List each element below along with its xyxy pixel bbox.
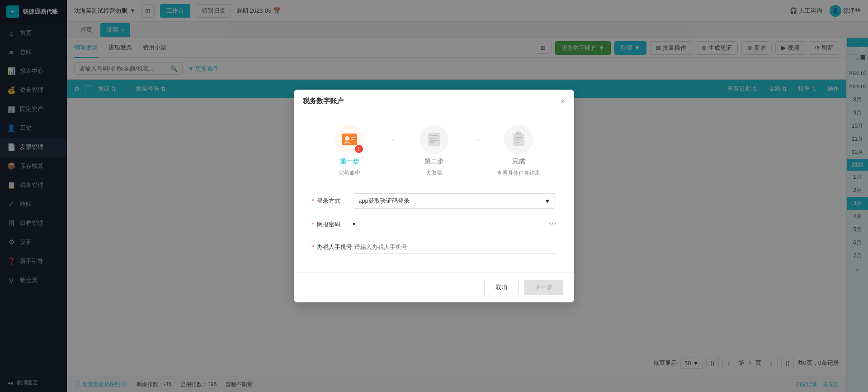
login-method-select[interactable]: app获取验证码登录 ▼ [353,193,556,209]
phone-label: * 办税人手机号 [312,243,353,251]
password-input[interactable] [353,220,549,229]
chevron-down-icon: ▼ [544,198,550,205]
login-method-label: * 登录方式 [312,197,353,205]
svg-point-1 [345,136,349,141]
login-method-row: * 登录方式 app获取验证码登录 ▼ [312,193,556,209]
cancel-button[interactable]: 取消 [484,280,519,295]
password-row: * 网报密码 〰 [312,218,556,231]
step-arrow-1: → [387,134,396,146]
svg-rect-12 [514,139,521,140]
dialog-footer: 取消 下一步 [294,272,574,302]
step-2: 第二步 去取票 [396,125,471,177]
svg-rect-3 [351,139,354,140]
phone-row: * 办税人手机号 [312,240,556,254]
dialog-header: 税务数字账户 × [294,90,574,111]
step-1-icon-wrap: ! [335,125,364,154]
svg-rect-5 [430,135,438,136]
svg-rect-2 [351,137,355,138]
phone-input-wrap [353,240,556,254]
dialog-title: 税务数字账户 [303,97,344,105]
step-1: ! 第一步 完善账密 [312,125,387,177]
step-1-desc: 完善账密 [339,169,360,177]
step-3-icon-wrap [504,125,533,154]
steps-indicator: ! 第一步 完善账密 → [312,125,556,177]
svg-rect-6 [430,138,436,139]
eye-toggle-icon[interactable]: 〰 [549,220,556,229]
step-arrow-2: → [472,134,481,146]
step-2-icon-wrap [420,125,448,154]
tax-account-dialog: 税务数字账户 × ! [294,90,574,302]
next-button[interactable]: 下一步 [524,280,563,295]
step-3-desc: 查看具体任务结果 [497,169,540,177]
step-2-desc: 去取票 [426,169,442,177]
document-icon [425,131,443,148]
dialog-overlay: 税务数字账户 × ! [0,0,868,392]
svg-rect-7 [430,140,437,141]
step-3-label: 完成 [512,158,525,166]
svg-rect-4 [428,133,440,146]
step-1-error-badge: ! [355,145,363,153]
step-2-label: 第二步 [425,158,443,166]
svg-rect-13 [514,142,520,143]
password-label: * 网报密码 [312,220,353,229]
phone-input[interactable] [354,244,554,250]
svg-rect-10 [516,132,521,135]
clipboard-icon [510,131,527,148]
step-3: 完成 查看具体任务结果 [481,125,556,177]
step-1-label: 第一步 [340,158,359,166]
svg-rect-11 [514,137,523,138]
password-input-wrap: 〰 [353,218,556,231]
close-button[interactable]: × [560,97,565,105]
svg-rect-8 [430,142,434,143]
dialog-body: ! 第一步 完善账密 → [294,111,574,272]
